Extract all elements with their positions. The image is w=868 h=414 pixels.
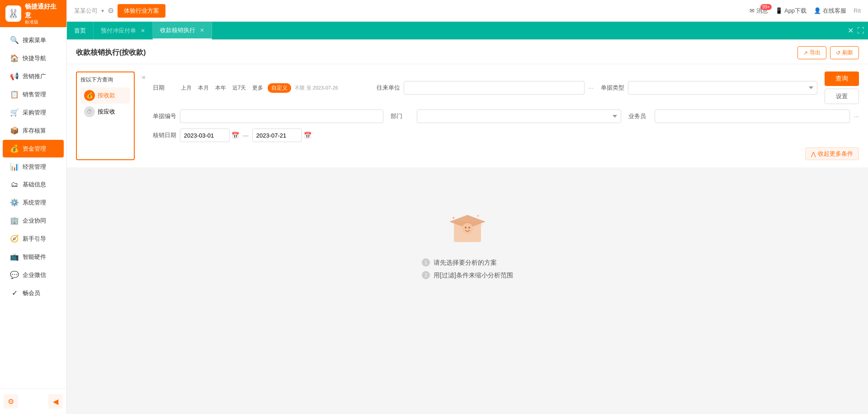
by-receivable-label: 按应收 [98, 108, 115, 116]
tab-prepay[interactable]: 预付冲应付单 ✕ [94, 22, 153, 39]
marketing-icon: 📢 [10, 72, 19, 81]
query-buttons: 查询 设置 [825, 71, 859, 104]
tip-text-2: 用[过滤]条件来缩小分析范围 [434, 269, 513, 281]
filter-panel-collapse-icon[interactable]: « [142, 73, 146, 81]
refresh-button[interactable]: ↺ 刷新 [830, 46, 859, 59]
date-separator: — [243, 132, 249, 139]
app-label: App下载 [784, 7, 807, 15]
filter-option-by-receipt[interactable]: 💰 按收款 [80, 87, 130, 104]
sidebar-item-enterprise[interactable]: 🏢 企业协同 [3, 212, 64, 229]
sidebar-item-sales[interactable]: 📋 销售管理 [3, 86, 64, 103]
partner-field: 往来单位 ··· [377, 81, 593, 95]
tab-collection[interactable]: 收款核销执行 ✕ [153, 22, 212, 39]
logo-icon: 🐰 [5, 5, 21, 22]
refresh-label: 刷新 [842, 49, 853, 57]
sidebar-logo: 🐰 畅捷通好生意 标准版 [0, 0, 66, 27]
export-button[interactable]: ↗ 导出 [797, 46, 826, 59]
tip-num-2: 2 [422, 271, 430, 279]
guide-icon: 🧭 [10, 234, 19, 243]
empty-tip-2: 2 用[过滤]条件来缩小分析范围 [422, 269, 513, 281]
sidebar-item-member[interactable]: ✓ 畅会员 [3, 284, 64, 302]
operations-icon: 📊 [10, 162, 19, 171]
collapse-up-icon: ⋀ [811, 151, 816, 157]
settings-footer-btn[interactable]: ⚙ [4, 394, 18, 409]
verify-date-field: 核销日期 📅 — 📅 [153, 128, 859, 142]
date-last-month-btn[interactable]: 上月 [179, 83, 193, 93]
sidebar-item-hardware[interactable]: 📺 智能硬件 [3, 248, 64, 266]
collapse-sidebar-btn[interactable]: ◀ [48, 394, 63, 409]
date-7days-btn[interactable]: 近7天 [231, 83, 248, 93]
sidebar-item-label: 采购管理 [23, 109, 46, 117]
search-menu-icon: 🔍 [10, 36, 19, 44]
sidebar-item-guide[interactable]: 🧭 新手引导 [3, 230, 64, 247]
svg-text:✦: ✦ [481, 224, 483, 227]
dept-select[interactable] [417, 109, 621, 123]
sidebar-item-search-menu[interactable]: 🔍 搜索菜单 [3, 31, 64, 49]
company-dropdown-icon[interactable]: ▾ [101, 8, 104, 14]
sidebar-item-operations[interactable]: 📊 经营管理 [3, 158, 64, 176]
partner-more-icon[interactable]: ··· [588, 84, 594, 91]
sidebar-item-label: 销售管理 [23, 90, 46, 99]
svg-text:✦: ✦ [476, 214, 480, 218]
verify-date-end-calendar-icon[interactable]: 📅 [304, 132, 311, 139]
collapse-more-btn[interactable]: ⋀ 收起更多条件 [805, 148, 859, 160]
staff-more-icon[interactable]: ··· [854, 113, 859, 120]
sidebar-item-quick-nav[interactable]: 🏠 快捷导航 [3, 49, 64, 67]
sidebar-item-label: 基础信息 [23, 181, 46, 189]
tab-collection-label: 收款核销执行 [160, 26, 195, 34]
page-header: 收款核销执行(按收款) ↗ 导出 ↺ 刷新 [67, 40, 868, 64]
inventory-icon: 📦 [10, 126, 19, 135]
date-this-year-btn[interactable]: 本年 [213, 83, 228, 93]
sidebar-item-basic-info[interactable]: 🗂 基础信息 [3, 176, 64, 193]
date-more-btn[interactable]: 更多 [250, 83, 265, 93]
tab-collection-close-icon[interactable]: ✕ [200, 27, 204, 33]
svg-point-3 [465, 227, 467, 228]
query-button[interactable]: 查询 [825, 71, 859, 86]
tab-home-label: 首页 [74, 27, 86, 35]
date-this-month-btn[interactable]: 本月 [196, 83, 211, 93]
staff-field: 业务员 ··· [628, 109, 859, 123]
tab-prepay-close-icon[interactable]: ✕ [141, 28, 145, 34]
message-button[interactable]: ✉ 消息 99+ [750, 7, 768, 15]
doc-no-input[interactable] [180, 109, 383, 123]
topbar-left: 某某公司 ▾ ⚙ 体验行业方案 [74, 4, 744, 18]
app-download-button[interactable]: 📱 App下载 [775, 7, 807, 15]
topbar: 某某公司 ▾ ⚙ 体验行业方案 ✉ 消息 99+ 📱 App下载 👤 在线客服 … [67, 0, 868, 22]
filter-option-by-receivable[interactable]: ⏱ 按应收 [80, 104, 130, 120]
sidebar-item-marketing[interactable]: 📢 营销推广 [3, 67, 64, 85]
by-receipt-icon: 💰 [84, 90, 95, 101]
basic-info-icon: 🗂 [10, 181, 19, 189]
fullscreen-icon[interactable]: ⛶ [857, 27, 864, 35]
sidebar-item-label: 库存核算 [23, 127, 46, 135]
verify-date-end-input[interactable] [252, 128, 302, 142]
staff-label: 业务员 [628, 112, 651, 120]
date-custom-btn[interactable]: 自定义 [268, 83, 291, 93]
tab-home[interactable]: 首页 [67, 22, 94, 39]
logo-text: 畅捷通好生意 标准版 [25, 2, 61, 24]
verify-date-start-input[interactable] [180, 128, 230, 142]
partner-input[interactable] [404, 81, 585, 95]
sidebar-item-label: 系统管理 [23, 199, 46, 207]
partner-label: 往来单位 [377, 84, 400, 92]
doc-no-label: 单据编号 [153, 112, 176, 120]
setting-button[interactable]: 设置 [825, 89, 859, 104]
topbar-gear-icon[interactable]: ⚙ [108, 6, 114, 15]
sidebar-item-system[interactable]: ⚙️ 系统管理 [3, 194, 64, 211]
filter-row-1: 日期 上月 本月 本年 近7天 更多 自定义 不限 至 2023-07-26 往… [153, 71, 859, 104]
sidebar-item-inventory[interactable]: 📦 库存核算 [3, 122, 64, 139]
staff-input[interactable] [655, 109, 850, 123]
sidebar-item-finance[interactable]: 💰 资金管理 [3, 140, 64, 157]
sidebar-item-wechat[interactable]: 💬 企业微信 [3, 266, 64, 284]
date-shortcuts: 上月 本月 本年 近7天 更多 自定义 [179, 83, 292, 93]
verify-date-start-calendar-icon[interactable]: 📅 [231, 132, 239, 139]
date-hint: 不限 至 2023-07-26 [295, 85, 338, 91]
doc-type-select[interactable] [628, 81, 817, 95]
sidebar-item-label: 快捷导航 [23, 54, 46, 62]
close-tab-icon[interactable]: ✕ [848, 26, 854, 35]
online-service-button[interactable]: 👤 在线客服 [814, 7, 846, 15]
industry-solution-button[interactable]: 体验行业方案 [118, 4, 165, 18]
purchase-icon: 🛒 [10, 108, 19, 117]
sidebar-item-purchase[interactable]: 🛒 采购管理 [3, 104, 64, 121]
sidebar-item-label: 经营管理 [23, 163, 46, 171]
sidebar-item-label: 智能硬件 [23, 253, 46, 261]
